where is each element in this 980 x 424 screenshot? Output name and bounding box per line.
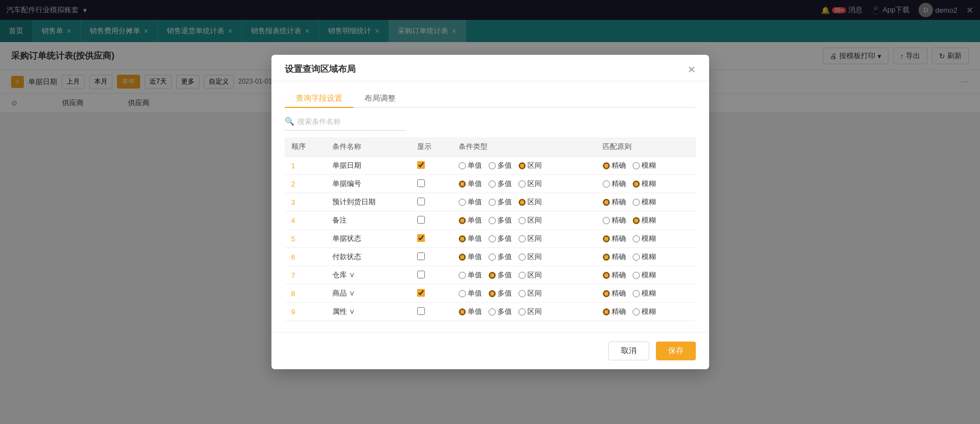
dialog-header: 设置查询区域布局 ✕ (271, 55, 709, 81)
tab-query-fields[interactable]: 查询字段设置 (285, 90, 353, 108)
modal-overlay: 设置查询区域布局 ✕ 查询字段设置 布局调整 🔍 (0, 0, 980, 113)
dialog-title: 设置查询区域布局 (285, 64, 356, 75)
dialog-tabs: 查询字段设置 布局调整 (285, 90, 696, 108)
dialog: 设置查询区域布局 ✕ 查询字段设置 布局调整 🔍 (271, 55, 709, 113)
tab-query-fields-label: 查询字段设置 (296, 94, 342, 102)
tab-layout-adjust[interactable]: 布局调整 (353, 90, 407, 108)
tab-layout-adjust-label: 布局调整 (365, 94, 396, 102)
dialog-close-button[interactable]: ✕ (687, 65, 696, 75)
dialog-body: 查询字段设置 布局调整 🔍 顺序 条件名称 显示 (271, 81, 709, 113)
